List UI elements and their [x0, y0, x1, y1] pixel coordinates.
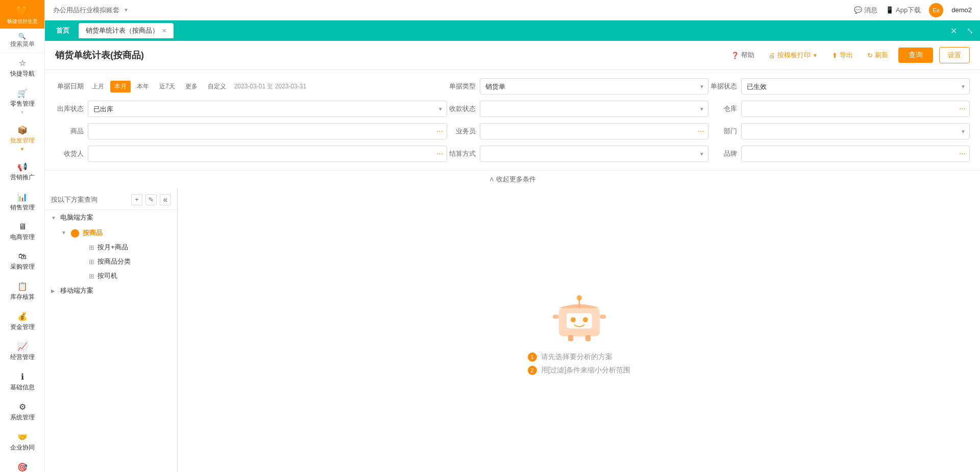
- brand-input[interactable]: [741, 146, 970, 162]
- receipt-status-label: 收款状态: [447, 104, 476, 113]
- out-status-control: 已出库 ▼: [88, 101, 447, 117]
- empty-state: 1 请先选择要分析的方案 2 用[过滤]条件来缩小分析范围: [528, 285, 631, 375]
- add-scheme-btn[interactable]: +: [131, 194, 142, 205]
- date-tab-last-month[interactable]: 上月: [88, 81, 108, 92]
- edit-scheme-btn[interactable]: ✎: [145, 194, 157, 205]
- export-icon: ⬆: [832, 52, 838, 59]
- date-tabs: 上月 本月 本年 近7天 更多 自定义: [88, 81, 230, 92]
- print-dropdown-icon[interactable]: ▼: [813, 53, 818, 58]
- settlement-select[interactable]: [480, 146, 708, 162]
- sidebar-item-newbie[interactable]: 🎯 新手引导: [0, 457, 44, 472]
- sidebar-item-search-menu[interactable]: 🔍 搜索菜单: [0, 29, 44, 53]
- out-status-select[interactable]: 已出库: [88, 101, 447, 117]
- help-btn[interactable]: ❓ 帮助: [727, 49, 758, 62]
- tree-node-by-goods[interactable]: ▼ ⬤ 按商品: [57, 225, 177, 240]
- username: demo2: [951, 6, 972, 14]
- tab-home[interactable]: 首页: [49, 23, 77, 38]
- sidebar-item-ecom-mgmt[interactable]: 🖥 电商管理: [0, 217, 44, 247]
- sidebar: 🧡 畅捷信好生意 🔍 搜索菜单 ☆ 快捷导航 🛒 零售管理 ▼ 📦 批发管理 ▼…: [0, 0, 45, 472]
- doc-status-control: 已生效 ▼: [741, 78, 970, 95]
- tree-node-by-month-goods[interactable]: ⊞ 按月+商品: [76, 240, 177, 254]
- sidebar-item-collab[interactable]: 🤝 企业协同: [0, 427, 44, 457]
- filter-consignee: 收货人 ···: [55, 146, 447, 162]
- node-label-by-goods-category: 按商品分类: [97, 257, 131, 266]
- expand-icon: ▼: [51, 215, 57, 221]
- sidebar-item-sales-mgmt[interactable]: 📊 销售管理: [0, 187, 44, 217]
- sidebar-item-quick-nav[interactable]: ☆ 快捷导航: [0, 53, 44, 83]
- receipt-status-select[interactable]: [480, 101, 708, 117]
- sidebar-item-wholesale-mgmt[interactable]: 📦 批发管理 ▼: [0, 120, 44, 157]
- help-icon: ❓: [731, 52, 739, 59]
- doc-status-label: 单据状态: [708, 82, 737, 91]
- filter-settlement: 结算方式 ▼: [447, 146, 708, 162]
- page-header-section: 销货单统计表(按商品) ❓ 帮助 🖨 按模板打印 ▼ ⬆ 导出: [45, 41, 980, 188]
- filter-row-4: 收货人 ··· 结算方式 ▼: [55, 146, 970, 162]
- collapse-panel-btn[interactable]: «: [160, 194, 171, 205]
- filter-row-1: 单据日期 上月 本月 本年 近7天 更多 自定义 2023-03-01 至 20…: [55, 78, 970, 95]
- tip-bullet-1: 1: [528, 352, 537, 362]
- print-btn[interactable]: 🖨 按模板打印 ▼: [765, 49, 822, 62]
- tab-close-icon[interactable]: ✕: [162, 28, 166, 34]
- svg-point-6: [577, 295, 582, 300]
- date-tab-last-7-days[interactable]: 近7天: [155, 81, 179, 92]
- message-btn[interactable]: 💬 消息: [854, 6, 877, 15]
- refresh-btn[interactable]: ↻ 刷新: [863, 49, 892, 62]
- warehouse-control: ···: [741, 101, 970, 117]
- goods-control: ···: [88, 123, 447, 139]
- date-tab-this-month[interactable]: 本月: [110, 81, 131, 92]
- tree-group-mobile[interactable]: ▶ 移动端方案: [45, 283, 177, 298]
- sidebar-item-marketing[interactable]: 📢 营销推广: [0, 157, 44, 187]
- workspace-name: 办公用品行业模拟账套: [53, 6, 119, 15]
- settings-button[interactable]: 设置: [939, 47, 970, 63]
- date-tab-custom[interactable]: 自定义: [204, 81, 230, 92]
- tree-group-desktop[interactable]: ▼ 电脑端方案: [45, 210, 177, 225]
- doc-type-control: 销货单 ▼: [480, 78, 708, 95]
- filter-area: 单据日期 上月 本月 本年 近7天 更多 自定义 2023-03-01 至 20…: [45, 70, 980, 170]
- consignee-input[interactable]: [88, 146, 447, 162]
- staff-input[interactable]: [480, 123, 708, 139]
- tip-text-2: 用[过滤]条件来缩小分析范围: [541, 366, 631, 375]
- left-panel-toolbar: + ✎ «: [131, 194, 171, 205]
- export-btn[interactable]: ⬆ 导出: [828, 49, 857, 62]
- sidebar-item-sys-mgmt[interactable]: ⚙ 系统管理: [0, 397, 44, 427]
- collapse-filters-btn[interactable]: ∧ 收起更多条件: [45, 170, 980, 188]
- workspace-selector[interactable]: 办公用品行业模拟账套 ▼: [53, 6, 129, 15]
- sidebar-item-basic-info[interactable]: ℹ 基础信息: [0, 367, 44, 397]
- sidebar-item-finance[interactable]: 💰 资金管理: [0, 306, 44, 337]
- filter-receipt-status: 收款状态 ▼: [447, 101, 708, 117]
- filter-goods: 商品 ···: [55, 123, 447, 139]
- date-range-display: 2023-03-01 至 2023-03-31: [234, 82, 306, 91]
- app-download-btn[interactable]: 📱 App下载: [886, 6, 921, 15]
- page-content: 销货单统计表(按商品) ❓ 帮助 🖨 按模板打印 ▼ ⬆ 导出: [45, 41, 980, 472]
- date-tab-more[interactable]: 更多: [181, 81, 202, 92]
- query-button[interactable]: 查询: [898, 48, 933, 63]
- expand-icon: ▼: [61, 230, 67, 235]
- dept-select[interactable]: [741, 123, 970, 139]
- sidebar-item-ops-mgmt[interactable]: 📈 经营管理: [0, 337, 44, 367]
- date-tab-this-year[interactable]: 本年: [133, 81, 153, 92]
- svg-point-4: [583, 317, 588, 322]
- workspace-dropdown-icon: ▼: [124, 7, 129, 13]
- filter-dept: 部门 ▼: [708, 123, 970, 139]
- goods-input[interactable]: [88, 123, 447, 139]
- staff-control: ···: [480, 123, 708, 139]
- tab-sales-stats[interactable]: 销货单统计表（按商品） ✕: [79, 23, 174, 38]
- doc-type-select[interactable]: 销货单: [480, 78, 708, 95]
- warehouse-input[interactable]: [741, 101, 970, 117]
- avatar[interactable]: Ea: [929, 3, 943, 17]
- sidebar-item-purchase-mgmt[interactable]: 🛍 采购管理: [0, 247, 44, 276]
- doc-status-select[interactable]: 已生效: [741, 78, 970, 95]
- maximize-window-btn[interactable]: ⤡: [964, 25, 976, 37]
- sidebar-item-inventory[interactable]: 📋 库存核算: [0, 276, 44, 306]
- expand-icon: ▶: [51, 288, 57, 294]
- svg-rect-8: [585, 335, 591, 341]
- node-icon: ⊞: [89, 244, 94, 251]
- page-header: 销货单统计表(按商品) ❓ 帮助 🖨 按模板打印 ▼ ⬆ 导出: [45, 41, 980, 70]
- sidebar-item-retail-mgmt[interactable]: 🛒 零售管理 ▼: [0, 83, 44, 120]
- page-title: 销货单统计表(按商品): [55, 49, 144, 67]
- close-window-btn[interactable]: ✕: [947, 25, 960, 37]
- tree-node-by-goods-category[interactable]: ⊞ 按商品分类: [76, 254, 177, 269]
- tree-node-by-warehouse[interactable]: ⊞ 按司机: [76, 269, 177, 283]
- out-status-label: 出库状态: [55, 104, 84, 113]
- empty-state-illustration: [549, 285, 610, 346]
